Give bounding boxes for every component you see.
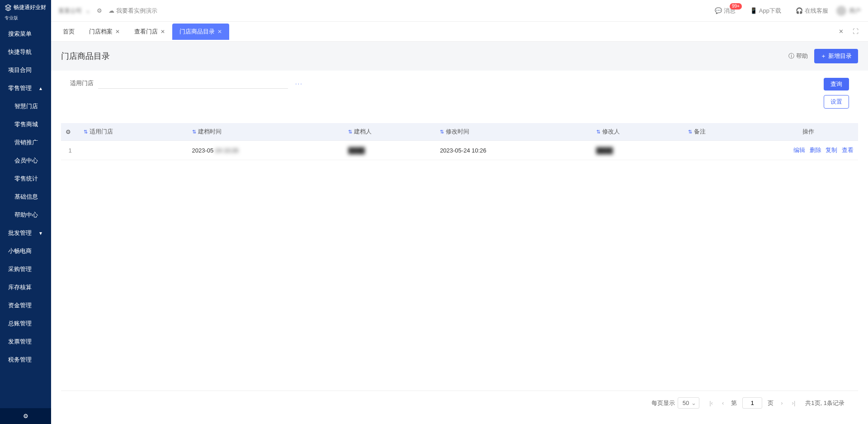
edit-link[interactable]: 编辑 <box>793 147 805 153</box>
avatar <box>836 6 846 16</box>
th-remark[interactable]: ⇅备注 <box>684 123 759 141</box>
sidebar-item-tax[interactable]: 税务管理 <box>0 351 51 369</box>
app-download-button[interactable]: 📱 App下载 <box>750 7 781 15</box>
sidebar-sub-basicinfo[interactable]: 基础信息 <box>0 188 51 206</box>
td-created-by: ████ <box>344 141 435 160</box>
mobile-icon: 📱 <box>750 7 757 14</box>
org-settings[interactable]: ⚙ <box>97 7 102 14</box>
tab-store-archive[interactable]: 门店档案✕ <box>82 22 127 42</box>
sidebar-item-ecom[interactable]: 小畅电商 <box>0 242 51 260</box>
tab-view-store[interactable]: 查看门店✕ <box>127 22 172 42</box>
sidebar-group-wholesale[interactable]: 批发管理▼ <box>0 224 51 242</box>
close-icon[interactable]: ✕ <box>160 29 165 35</box>
add-catalog-button[interactable]: ＋ 新增目录 <box>814 49 858 63</box>
th-store[interactable]: ⇅适用门店 <box>79 123 188 141</box>
copy-link[interactable]: 复制 <box>826 147 837 153</box>
sidebar-item-purchase[interactable]: 采购管理 <box>0 260 51 278</box>
chevron-down-icon: ⌄ <box>85 7 90 14</box>
sidebar-menu: 搜索菜单 快捷导航 项目合同 零售管理▲ 智慧门店 零售商城 营销推广 会员中心… <box>0 25 51 408</box>
next-page-button[interactable]: › <box>779 400 784 406</box>
query-button[interactable]: 查询 <box>824 78 849 91</box>
message-icon: 💬 <box>715 7 722 14</box>
sidebar-sub-member[interactable]: 会员中心 <box>0 152 51 170</box>
brand-name: 畅捷通好业财 <box>14 4 46 11</box>
th-action: 操作 <box>759 123 858 141</box>
page-summary: 共1页, 1条记录 <box>805 399 844 407</box>
filter-store-label: 适用门店 <box>70 79 94 87</box>
td-store <box>79 141 188 160</box>
sidebar-sub-marketing[interactable]: 营销推广 <box>0 133 51 152</box>
last-page-button[interactable]: ›| <box>790 400 797 406</box>
th-modified-at[interactable]: ⇅修改时间 <box>435 123 592 141</box>
brand-edition: 专业版 <box>0 15 51 25</box>
td-remark <box>684 141 759 160</box>
th-created-at[interactable]: ⇅建档时间 <box>188 123 344 141</box>
first-page-button[interactable]: |‹ <box>708 400 715 406</box>
td-modified-by: ████ <box>592 141 684 160</box>
message-badge: 99+ <box>730 3 742 10</box>
page-label-pre: 第 <box>731 399 737 407</box>
caret-up-icon: ▲ <box>38 86 43 91</box>
sidebar-settings[interactable]: ⚙ <box>0 408 51 424</box>
customer-service-button[interactable]: 🎧 在线客服 <box>796 7 828 15</box>
sidebar-item-contract[interactable]: 项目合同 <box>0 61 51 79</box>
sidebar-item-quicknav[interactable]: 快捷导航 <box>0 43 51 61</box>
headset-icon: 🎧 <box>796 7 803 14</box>
chevron-down-icon: ⌄ <box>691 400 696 406</box>
table-container: ⚙ ⇅适用门店 ⇅建档时间 ⇅建档人 ⇅修改时间 ⇅修改人 ⇅备注 操作 1 <box>61 123 858 391</box>
close-all-tabs-icon[interactable]: ✕ <box>836 28 845 35</box>
sidebar-sub-stats[interactable]: 零售统计 <box>0 170 51 188</box>
sidebar-sub-smartstore[interactable]: 智慧门店 <box>0 97 51 115</box>
sort-icon: ⇅ <box>192 129 196 134</box>
sort-icon: ⇅ <box>348 129 352 134</box>
gear-icon: ⚙ <box>97 7 102 14</box>
filter-bar: 适用门店 ··· 查询 设置 <box>61 71 858 116</box>
sidebar-sub-mall[interactable]: 零售商城 <box>0 115 51 133</box>
td-action: 编辑 删除 复制 查看 <box>759 141 858 160</box>
prev-page-button[interactable]: ‹ <box>720 400 726 406</box>
question-icon: ⓘ <box>788 52 794 60</box>
caret-down-icon: ▼ <box>38 231 43 236</box>
sidebar-sub-helpcenter[interactable]: 帮助中心 <box>0 206 51 224</box>
messages-button[interactable]: 💬 消息 99+ <box>715 7 736 15</box>
tab-store-catalog[interactable]: 门店商品目录✕ <box>172 24 229 40</box>
delete-link[interactable]: 删除 <box>810 147 821 153</box>
filter-more-icon[interactable]: ··· <box>295 80 303 87</box>
sort-icon: ⇅ <box>688 129 692 134</box>
sort-icon: ⇅ <box>440 129 444 134</box>
page-input[interactable] <box>742 397 762 409</box>
sidebar-item-inventory[interactable]: 库存核算 <box>0 278 51 296</box>
sidebar-group-retail[interactable]: 零售管理▲ <box>0 79 51 97</box>
td-created-at: 2023-05-24 10:26 <box>188 141 344 160</box>
sidebar-item-search[interactable]: 搜索菜单 <box>0 25 51 43</box>
filter-store-input[interactable] <box>98 78 288 89</box>
page-title: 门店商品目录 <box>61 51 110 62</box>
demo-link[interactable]: ☁ 我要看实例演示 <box>108 7 157 15</box>
sort-icon: ⇅ <box>596 129 600 134</box>
org-selector[interactable]: 某某公司 ⌄ <box>58 7 90 15</box>
tabs-bar: 首页 门店档案✕ 查看门店✕ 门店商品目录✕ ✕ ⛶ <box>51 22 868 42</box>
fullscreen-icon[interactable]: ⛶ <box>851 28 860 35</box>
settings-button[interactable]: 设置 <box>824 95 849 109</box>
plus-icon: ＋ <box>821 52 826 60</box>
sidebar-item-invoice[interactable]: 发票管理 <box>0 333 51 351</box>
td-modified-at: 2023-05-24 10:26 <box>435 141 592 160</box>
page-label-post: 页 <box>768 399 774 407</box>
sidebar-item-funds[interactable]: 资金管理 <box>0 296 51 314</box>
td-idx: 1 <box>61 141 79 160</box>
brand-icon <box>5 4 12 11</box>
close-icon[interactable]: ✕ <box>217 29 222 35</box>
help-link[interactable]: ⓘ 帮助 <box>788 52 808 60</box>
page-header: 门店商品目录 ⓘ 帮助 ＋ 新增目录 <box>51 42 868 71</box>
tab-home[interactable]: 首页 <box>56 22 82 42</box>
sidebar-item-ledger[interactable]: 总账管理 <box>0 314 51 333</box>
th-settings[interactable]: ⚙ <box>61 123 79 141</box>
gear-icon: ⚙ <box>66 129 71 135</box>
user-menu[interactable]: 用户 <box>836 6 861 16</box>
view-link[interactable]: 查看 <box>842 147 854 153</box>
close-icon[interactable]: ✕ <box>115 29 120 35</box>
per-page-label: 每页显示 <box>651 399 675 407</box>
per-page-select[interactable]: 50 ⌄ <box>678 397 699 409</box>
th-modified-by[interactable]: ⇅修改人 <box>592 123 684 141</box>
th-created-by[interactable]: ⇅建档人 <box>344 123 435 141</box>
